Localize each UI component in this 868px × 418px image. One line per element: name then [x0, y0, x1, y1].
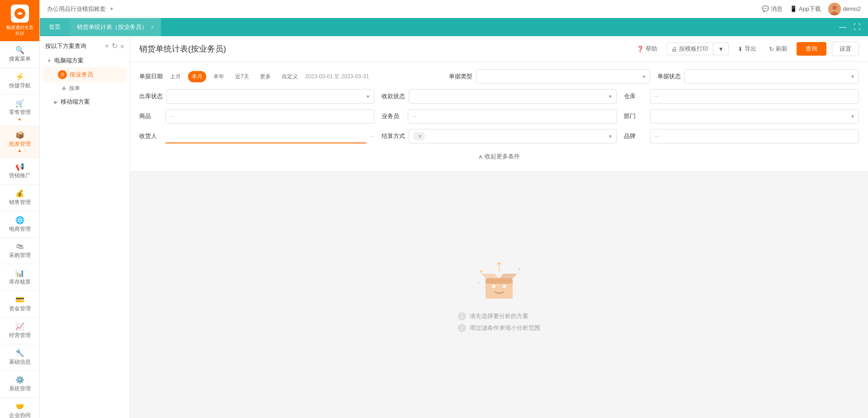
filter-payment: 结算方式 × ▼	[382, 129, 617, 143]
empty-illustration	[472, 258, 526, 303]
payment-select[interactable]: × ▼	[409, 129, 617, 143]
tree-child-salesman[interactable]: 业 按业务员	[43, 67, 126, 82]
user-name: demo2	[843, 5, 861, 12]
avatar	[828, 3, 841, 15]
sidebar-item-marketing[interactable]: 📢 营销推广	[0, 158, 39, 185]
message-btn[interactable]: 💬 消息	[762, 5, 783, 13]
date-btn-lastmonth[interactable]: 上月	[166, 71, 184, 82]
payment-tag-remove[interactable]: ×	[418, 133, 422, 139]
goods-label: 商品	[139, 112, 162, 120]
enterprise-icon: 🤝	[15, 402, 24, 411]
app-download-btn[interactable]: 📱 App下载	[790, 5, 821, 13]
tab-maximize-btn[interactable]: ⛶	[852, 21, 863, 33]
sidebar-item-system[interactable]: ⚙️ 系统管理	[0, 371, 39, 398]
sidebar-item-basic[interactable]: 🔧 基础信息	[0, 344, 39, 371]
search-icon: 🔍	[15, 46, 24, 54]
add-scheme-btn[interactable]: +	[105, 42, 109, 50]
svg-rect-5	[486, 278, 513, 284]
sidebar-item-inventory-label: 库存核算	[9, 278, 31, 286]
dept-select[interactable]: ▼	[650, 109, 859, 124]
tab-bar-right: — ⛶	[832, 21, 868, 33]
sidebar-item-ecommerce[interactable]: 🌐 电商管理	[0, 211, 39, 238]
salesman-scheme-icon: 业	[58, 70, 67, 79]
receiver-input[interactable]	[165, 129, 366, 143]
date-btn-more[interactable]: 更多	[256, 71, 274, 82]
sidebar-item-search[interactable]: 🔍 搜索菜单	[0, 41, 39, 68]
collapse-panel-btn[interactable]: «	[120, 42, 124, 50]
goods-select[interactable]: ···	[165, 109, 374, 124]
tree-pc-group[interactable]: ▼ 电脑端方案	[43, 54, 126, 67]
date-btn-thismonth[interactable]: 本月	[188, 71, 206, 82]
quicknav-icon: ⚡	[15, 72, 24, 81]
dept-label: 部门	[624, 112, 646, 120]
ecommerce-icon: 🌐	[15, 216, 24, 224]
sidebar-item-purchase-label: 采购管理	[9, 252, 31, 259]
ship-select[interactable]: ▼	[166, 89, 374, 104]
sidebar-item-inventory[interactable]: 📊 库存核算	[0, 264, 39, 291]
warehouse-select[interactable]: ···	[650, 89, 859, 104]
tab-active[interactable]: 销货单统计表（按业务员） ×	[70, 18, 161, 36]
svg-point-8	[480, 270, 482, 273]
warehouse-dots[interactable]: ···	[654, 93, 659, 100]
date-range: 2023-03-01 至 2023-03-31	[305, 73, 369, 81]
payment-tag: ×	[413, 132, 425, 140]
sidebar-item-purchase[interactable]: 🛍 采购管理	[0, 238, 39, 264]
sidebar-item-retail[interactable]: 🛒 零售管理 ▲	[0, 95, 39, 126]
help-btn[interactable]: ❓ 帮助	[633, 43, 661, 55]
sidebar-item-marketing-label: 营销推广	[9, 172, 31, 180]
date-btn-thisyear[interactable]: 本年	[210, 71, 228, 82]
filter-ship: 出库状态 ▼	[139, 89, 374, 104]
tab-minimize-btn[interactable]: —	[837, 21, 848, 33]
date-btn-7days[interactable]: 近7天	[231, 71, 253, 82]
filter-type: 单据类型 ▼	[449, 69, 651, 84]
breadcrumb-arrow[interactable]: ▼	[109, 6, 114, 11]
query-btn[interactable]: 查询	[797, 42, 826, 56]
sales-icon: 💰	[15, 189, 24, 198]
retail-icon: 🛒	[15, 99, 24, 108]
filter-receiver: 收货人 ···	[139, 129, 374, 143]
basic-icon: 🔧	[15, 349, 24, 357]
warehouse-label: 仓库	[624, 92, 646, 100]
breadcrumb-text: 办公用品行业模拟账套	[47, 5, 106, 13]
page-title-bar: 销货单统计表(按业务员) ❓ 帮助 🖨 按模板打印 ▼ ⬇	[130, 36, 868, 62]
type-select[interactable]: ▼	[476, 69, 651, 84]
sidebar-item-quicknav[interactable]: ⚡ 快捷导航	[0, 68, 39, 95]
tab-home-label: 首页	[49, 23, 61, 31]
export-btn[interactable]: ⬇ 导出	[734, 43, 760, 55]
receiver-dots[interactable]: ···	[370, 133, 374, 139]
goods-dots[interactable]: ···	[170, 113, 174, 119]
print-btn[interactable]: 🖨 按模板打印	[667, 43, 713, 55]
sidebar-logo: 畅捷通好生意 标版	[0, 0, 39, 41]
date-btn-custom[interactable]: 自定义	[278, 71, 302, 82]
collapse-btn[interactable]: ∧ 收起更多条件	[139, 149, 859, 164]
salesman-select[interactable]: ···	[408, 109, 617, 124]
left-panel-actions: + ↻ «	[105, 42, 124, 50]
left-panel-header: 按以下方案查询 + ↻ «	[40, 42, 130, 54]
sidebar-item-operations[interactable]: 📈 经营管理	[0, 318, 39, 344]
refresh-scheme-btn[interactable]: ↻	[112, 42, 118, 50]
sidebar-item-operations-label: 经营管理	[9, 332, 31, 339]
sidebar-item-enterprise[interactable]: 🤝 企业协同	[0, 398, 39, 418]
tab-close-icon[interactable]: ×	[151, 25, 154, 30]
user-profile[interactable]: demo2	[828, 3, 861, 15]
status-select[interactable]: ▼	[684, 69, 859, 84]
tab-home[interactable]: 首页	[40, 18, 70, 36]
brand-dots[interactable]: ···	[654, 133, 659, 139]
collect-select[interactable]: ▼	[409, 89, 617, 104]
sidebar-item-sales[interactable]: 💰 销售管理	[0, 185, 39, 211]
tree-sub-order[interactable]: ❖ 按单	[43, 82, 126, 95]
brand-select[interactable]: ···	[650, 129, 859, 143]
refresh-btn[interactable]: ↻ 刷新	[765, 43, 791, 55]
left-panel: 按以下方案查询 + ↻ « ▼ 电脑端方案 业 按业务员 ❖ 按单	[40, 36, 130, 418]
print-dropdown-btn[interactable]: ▼	[713, 44, 728, 54]
tree-child-salesman-label: 按业务员	[70, 71, 93, 79]
filter-dept: 部门 ▼	[624, 109, 859, 124]
settings-btn[interactable]: 设置	[832, 42, 859, 56]
hint-num-1: 1	[458, 312, 466, 320]
tree-mobile-arrow: ▶	[54, 100, 58, 104]
sidebar-item-wholesale[interactable]: 📦 批发管理 ▲	[0, 126, 39, 158]
download-icon: 📱	[790, 5, 797, 12]
sidebar-item-finance[interactable]: 💳 资金管理	[0, 291, 39, 318]
salesman-dots[interactable]: ···	[412, 113, 416, 119]
tree-mobile-group[interactable]: ▶ 移动端方案	[43, 95, 126, 109]
